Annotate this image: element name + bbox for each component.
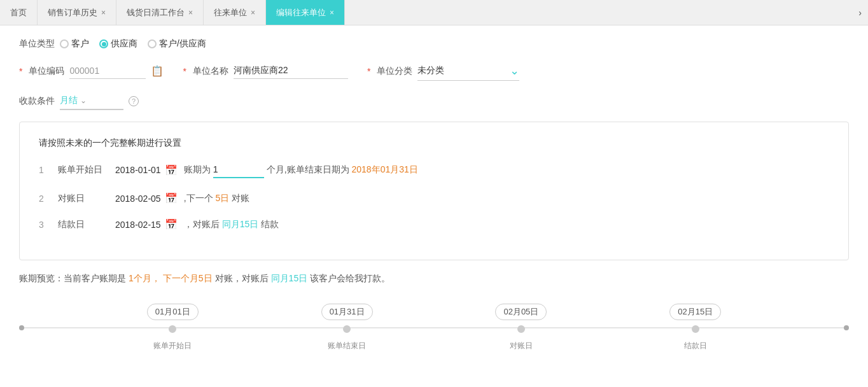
row-2-num: 2 [39, 194, 58, 204]
timeline: 01月01日 账单开始日 01月31日 账单结束日 02月05日 对账日 02月… [19, 297, 849, 358]
radio-customer[interactable]: 客户 [60, 38, 89, 50]
row-2-desc-prefix: ,下一个 [184, 193, 213, 204]
row-1-num: 1 [39, 165, 58, 175]
radio-supplier-label: 供应商 [111, 38, 137, 50]
close-cash-work[interactable]: × [188, 8, 193, 17]
timeline-label-1: 账单开始日 [153, 341, 192, 351]
close-partner[interactable]: × [251, 8, 255, 17]
settings-box: 请按照未来的一个完整帐期进行设置 1 账单开始日 2018-01-01 📅 账期… [19, 122, 849, 260]
row-1-desc-suffix: 个月,账单结束日期为 [267, 164, 349, 176]
period-input[interactable] [213, 162, 264, 178]
radio-customer-label: 客户 [71, 38, 89, 50]
tab-home-label: 首页 [10, 7, 27, 18]
category-dropdown-arrow: ⌄ [510, 64, 519, 78]
tab-partner[interactable]: 往来单位 × [204, 0, 266, 25]
row-2-desc-suffix: 对账 [232, 193, 249, 204]
payment-dropdown[interactable]: 月结 ⌄ [60, 92, 123, 110]
timeline-end-cap [844, 325, 849, 330]
radio-group: 客户 供应商 客户/供应商 [60, 38, 206, 50]
row-1-date: 2018-01-01 📅 [115, 164, 178, 176]
main-content: 单位类型 客户 供应商 客户/供应商 * 单位编码 [0, 25, 868, 387]
timeline-label-4: 结款日 [684, 341, 707, 351]
tab-cash-work-label: 钱货日清工作台 [127, 7, 185, 18]
row-1-desc-prefix: 账期为 [184, 164, 211, 176]
timeline-item-1: 01月01日 账单开始日 [147, 304, 199, 351]
row-1-label: 账单开始日 [58, 164, 115, 176]
tab-home[interactable]: 首页 [0, 0, 38, 25]
tab-bar: 首页 销售订单历史 × 钱货日清工作台 × 往来单位 × 编辑往来单位 × › [0, 0, 868, 25]
unit-name-group: * 单位名称 [183, 63, 347, 79]
row-3-cal-icon[interactable]: 📅 [165, 218, 178, 230]
settings-row-3: 3 结款日 2018-02-15 📅 ，对账后 同月15日 结款 [39, 218, 829, 230]
row-3-desc: ，对账后 同月15日 结款 [184, 219, 279, 230]
payment-row: 收款条件 月结 ⌄ ? [19, 92, 849, 110]
row-2-label: 对账日 [58, 193, 115, 204]
row-3-label: 结款日 [58, 219, 115, 230]
payment-group: 收款条件 月结 ⌄ ? [19, 92, 139, 110]
row-2-date: 2018-02-05 📅 [115, 192, 178, 204]
unit-code-label: 单位编码 [29, 66, 64, 77]
preview-part1: 1个月， [129, 273, 160, 285]
timeline-items: 01月01日 账单开始日 01月31日 账单结束日 02月05日 对账日 02月… [19, 304, 849, 351]
timeline-item-4: 02月15日 结款日 [669, 304, 721, 351]
unit-code-input[interactable] [69, 63, 146, 79]
row-2-cal-icon[interactable]: 📅 [165, 192, 178, 204]
unit-category-value: 未分类 [417, 65, 507, 76]
timeline-start-cap [19, 325, 24, 330]
unit-code-star: * [19, 66, 22, 76]
tab-sales-history-label: 销售订单历史 [48, 7, 97, 18]
radio-supplier-circle [99, 39, 108, 48]
payment-dropdown-arrow: ⌄ [80, 96, 87, 105]
settings-row-1: 1 账单开始日 2018-01-01 📅 账期为 个月,账单结束日期为 2018… [39, 162, 829, 178]
radio-customer-circle [60, 39, 69, 48]
unit-type-label: 单位类型 [19, 38, 55, 50]
unit-type-row: 单位类型 客户 供应商 客户/供应商 [19, 38, 849, 50]
preview-text: 账期预览：当前客户账期是 1个月， 下一个月5日 对账，对账后 同月15日 该客… [19, 273, 849, 285]
row-3-num: 3 [39, 220, 58, 230]
tab-edit-partner[interactable]: 编辑往来单位 × [266, 0, 345, 25]
unit-name-label: 单位名称 [193, 66, 228, 77]
radio-both[interactable]: 客户/供应商 [148, 38, 206, 50]
timeline-item-3: 02月05日 对账日 [495, 304, 547, 351]
unit-name-star: * [183, 66, 186, 76]
timeline-node-2 [343, 325, 351, 333]
unit-category-dropdown[interactable]: 未分类 ⌄ [417, 61, 519, 81]
row-3-date-value: 2018-02-15 [115, 220, 161, 230]
radio-both-label: 客户/供应商 [159, 38, 206, 50]
close-edit-partner[interactable]: × [330, 8, 334, 17]
timeline-date-2: 01月31日 [321, 304, 373, 320]
close-sales-history[interactable]: × [101, 8, 106, 17]
preview-suffix: 该客户会给我打款。 [310, 273, 390, 285]
timeline-date-4: 02月15日 [669, 304, 721, 320]
unit-category-star: * [367, 66, 370, 76]
row-2-desc: ,下一个 5日 对账 [184, 193, 250, 204]
row-3-date: 2018-02-15 📅 [115, 218, 178, 230]
payment-help-icon[interactable]: ? [129, 96, 139, 106]
unit-category-group: * 单位分类 未分类 ⌄ [367, 61, 519, 81]
unit-code-group: * 单位编码 📋 [19, 63, 164, 79]
timeline-node-1 [169, 325, 176, 333]
tab-more-icon: › [858, 8, 862, 18]
timeline-node-3 [517, 325, 525, 333]
timeline-date-1: 01月01日 [147, 304, 199, 320]
settings-row-2: 2 对账日 2018-02-05 📅 ,下一个 5日 对账 [39, 192, 829, 204]
row-1-desc: 账期为 个月,账单结束日期为 2018年01月31日 [184, 162, 418, 178]
payment-value: 月结 [60, 95, 78, 106]
row-1-cal-icon[interactable]: 📅 [165, 164, 178, 176]
row-2-highlight: 5日 [216, 193, 230, 204]
row-1-end-date: 2018年01月31日 [352, 164, 418, 176]
unit-code-copy-icon[interactable]: 📋 [151, 65, 164, 77]
preview-part3: 同月15日 [271, 273, 308, 285]
radio-both-circle [148, 39, 157, 48]
radio-supplier[interactable]: 供应商 [99, 38, 137, 50]
timeline-node-4 [692, 325, 699, 333]
row-3-highlight: 同月15日 [222, 219, 259, 230]
tab-partner-label: 往来单位 [214, 7, 247, 18]
tab-cash-work[interactable]: 钱货日清工作台 × [116, 0, 204, 25]
tab-sales-history[interactable]: 销售订单历史 × [38, 0, 116, 25]
unit-name-input[interactable] [234, 63, 348, 79]
row-3-desc-suffix: 结款 [261, 219, 279, 230]
row-2-date-value: 2018-02-05 [115, 194, 161, 204]
tab-more-button[interactable]: › [852, 0, 868, 25]
preview-prefix: 账期预览：当前客户账期是 [19, 273, 126, 285]
